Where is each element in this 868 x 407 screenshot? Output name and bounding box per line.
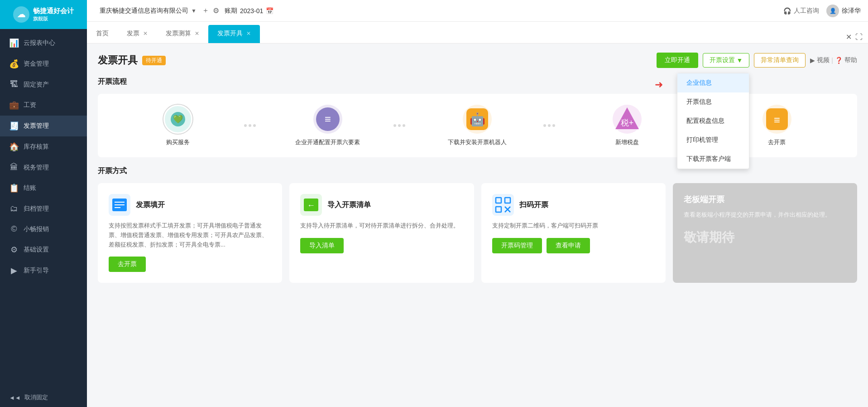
- inventory-icon: 🏠: [9, 142, 19, 152]
- page-content: 发票开具 待开通 立即开通 开票设置 ▼ ➜ 企业信息: [87, 44, 868, 407]
- tax-icon: 🏛: [9, 163, 19, 172]
- sidebar-item-label: 新手引导: [24, 266, 49, 275]
- flow-connector-1: [244, 124, 262, 127]
- sidebar-item-label: 资金管理: [24, 60, 49, 68]
- tab-home[interactable]: 首页: [87, 25, 118, 43]
- import-invoice-title: 导入开票清单: [327, 200, 371, 210]
- dropdown-item-download-client[interactable]: 下载开票客户端: [677, 150, 749, 169]
- method-header-boss: 老板端开票: [684, 194, 846, 205]
- add-icon[interactable]: ＋: [202, 6, 209, 15]
- sidebar-item-fund[interactable]: 💰 资金管理: [0, 53, 87, 74]
- page-header: 发票开具 待开通 立即开通 开票设置 ▼ ➜ 企业信息: [98, 53, 857, 68]
- sidebar-item-archive[interactable]: 🗂 归档管理: [0, 199, 87, 219]
- calendar-icon[interactable]: 📅: [266, 7, 273, 15]
- help-icon[interactable]: ❓: [835, 57, 843, 64]
- flow-step-config: ≡ 企业开通配置开票六要素: [262, 105, 394, 146]
- tab-bar-right: ✕ ⛶: [846, 33, 868, 43]
- period-value: 2023-01: [240, 7, 263, 15]
- headphone-icon: 🎧: [783, 7, 791, 15]
- sidebar-item-label: 归档管理: [24, 205, 49, 213]
- activate-button[interactable]: 立即开通: [657, 53, 698, 68]
- sidebar-item-invoice[interactable]: 🧾 发票管理: [0, 116, 87, 136]
- invoice-icon: 🧾: [9, 121, 19, 131]
- svg-rect-17: [505, 198, 510, 203]
- flow-step-add-tax: 税+ 新增税盘: [561, 105, 693, 146]
- scan-invoice-title: 扫码开票: [519, 200, 548, 210]
- import-invoice-button[interactable]: 导入清单: [300, 238, 344, 253]
- dropdown-item-invoice-info[interactable]: 开票信息: [677, 92, 749, 111]
- tab-invoice-calc-close[interactable]: ✕: [195, 30, 199, 37]
- tab-invoice-calc-label: 发票测算: [166, 29, 191, 38]
- tab-invoice-open[interactable]: 发票开具 ✕: [208, 25, 260, 43]
- sidebar-nav: 📊 云报表中心 💰 资金管理 🏗 固定资产 💼 工资 🧾 发票管理 🏠 库存核算…: [0, 29, 87, 388]
- svg-text:←: ←: [307, 201, 315, 210]
- dropdown-item-printer[interactable]: 打印机管理: [677, 131, 749, 150]
- sidebar-item-accounting[interactable]: 📋 结账: [0, 178, 87, 199]
- sidebar-item-salary[interactable]: 💼 工资: [0, 95, 87, 116]
- period-label: 账期: [225, 7, 237, 15]
- scan-invoice-desc: 支持定制开票二维码，客户端可扫码开票: [492, 221, 655, 231]
- sidebar-item-label: 云报表中心: [24, 39, 55, 47]
- step-label-buy-service: 购买服务: [166, 138, 190, 146]
- boss-invoice-title: 老板端开票: [684, 194, 724, 205]
- sidebar-item-label: 税务管理: [24, 164, 49, 172]
- step-label-config: 企业开通配置开票六要素: [295, 138, 360, 146]
- company-name: 重庆畅捷交通信息咨询有限公司: [100, 7, 188, 15]
- top-bar: 重庆畅捷交通信息咨询有限公司 ▼ ＋ ⚙ 账期 2023-01 📅 🎧 人工咨询…: [0, 0, 868, 22]
- settings-chevron-icon: ▼: [737, 57, 743, 64]
- sidebar-item-report-sales[interactable]: © 小畅报销: [0, 219, 87, 239]
- boss-invoice-desc: 查看老板端小程序提交的开票申请，并作出相应的处理。: [684, 210, 846, 220]
- sidebar-item-guide[interactable]: ▶ 新手引导: [0, 260, 87, 281]
- method-card-fill-invoice: 发票填开 支持按照发票样式手工填开发票；可开具增值税电子普通发票、增值税普通发票…: [98, 183, 282, 283]
- step-icon-config: ≡: [313, 105, 342, 134]
- sidebar-item-cloud-report[interactable]: 📊 云报表中心: [0, 33, 87, 53]
- method-header-scan: 扫码开票: [492, 194, 655, 216]
- avatar: 👤: [826, 5, 839, 17]
- settings-button[interactable]: 开票设置 ▼: [703, 53, 750, 68]
- import-invoice-desc: 支持导入待开票清单，可对待开票清单进行拆分、合并处理。: [300, 221, 463, 231]
- service-button[interactable]: 🎧 人工咨询: [783, 7, 819, 15]
- step-icon-buy-service: 💚: [163, 105, 192, 134]
- tab-close-icon[interactable]: ✕: [846, 33, 852, 41]
- tab-invoice-label: 发票: [127, 29, 139, 38]
- sidebar-item-tax[interactable]: 🏛 税务管理: [0, 157, 87, 178]
- anomaly-button[interactable]: 异常清单查询: [754, 53, 806, 68]
- sidebar: ☁ 畅捷通好会计 旗舰版 📊 云报表中心 💰 资金管理 🏗 固定资产 💼 工资 …: [0, 0, 87, 407]
- settings-icon[interactable]: ⚙: [213, 6, 219, 15]
- svg-text:税+: 税+: [621, 118, 634, 127]
- sidebar-item-fixed-assets[interactable]: 🏗 固定资产: [0, 74, 87, 95]
- archive-icon: 🗂: [9, 204, 19, 213]
- fill-invoice-button[interactable]: 去开票: [109, 257, 146, 272]
- step-label-install: 下载并安装开票机器人: [448, 138, 507, 146]
- svg-text:🤖: 🤖: [470, 112, 485, 127]
- sidebar-item-label: 结账: [24, 184, 36, 192]
- svg-text:💚: 💚: [173, 114, 183, 124]
- sidebar-item-settings[interactable]: ⚙ 基础设置: [0, 239, 87, 260]
- sidebar-cancel-pin[interactable]: ◄◄ 取消固定: [0, 388, 87, 407]
- sidebar-item-label: 库存核算: [24, 143, 49, 151]
- sidebar-item-inventory[interactable]: 🏠 库存核算: [0, 136, 87, 157]
- accounting-icon: 📋: [9, 183, 19, 193]
- tab-invoice-open-label: 发票开具: [217, 29, 243, 38]
- top-bar-actions: ＋ ⚙: [202, 6, 219, 15]
- user-info[interactable]: 👤 徐泽华: [826, 5, 861, 17]
- qr-manage-button[interactable]: 开票码管理: [492, 238, 542, 253]
- method-card-import-invoice: ← 导入开票清单 支持导入待开票清单，可对待开票清单进行拆分、合并处理。 导入清…: [289, 183, 474, 283]
- step-icon-add-tax: 税+: [613, 105, 642, 134]
- tab-invoice[interactable]: 发票 ✕: [118, 25, 157, 43]
- dropdown-item-tax-config[interactable]: 配置税盘信息: [677, 111, 749, 131]
- cancel-pin-label: 取消固定: [24, 393, 48, 402]
- view-application-button[interactable]: 查看申请: [547, 238, 590, 253]
- sidebar-logo: ☁ 畅捷通好会计 旗舰版: [0, 0, 87, 29]
- svg-text:≡: ≡: [774, 114, 780, 126]
- company-selector[interactable]: 重庆畅捷交通信息咨询有限公司 ▼: [100, 7, 197, 15]
- video-icon[interactable]: ▶: [810, 57, 815, 64]
- tab-invoice-close[interactable]: ✕: [143, 30, 148, 37]
- scan-buttons: 开票码管理 查看申请: [492, 238, 655, 253]
- tab-invoice-calc[interactable]: 发票测算 ✕: [157, 25, 208, 43]
- logo-icon: ☁: [13, 6, 29, 23]
- dropdown-item-company-info[interactable]: 企业信息: [677, 73, 749, 92]
- tab-expand-icon[interactable]: ⛶: [855, 33, 863, 41]
- tab-invoice-open-close[interactable]: ✕: [246, 30, 251, 37]
- fund-icon: 💰: [9, 59, 19, 69]
